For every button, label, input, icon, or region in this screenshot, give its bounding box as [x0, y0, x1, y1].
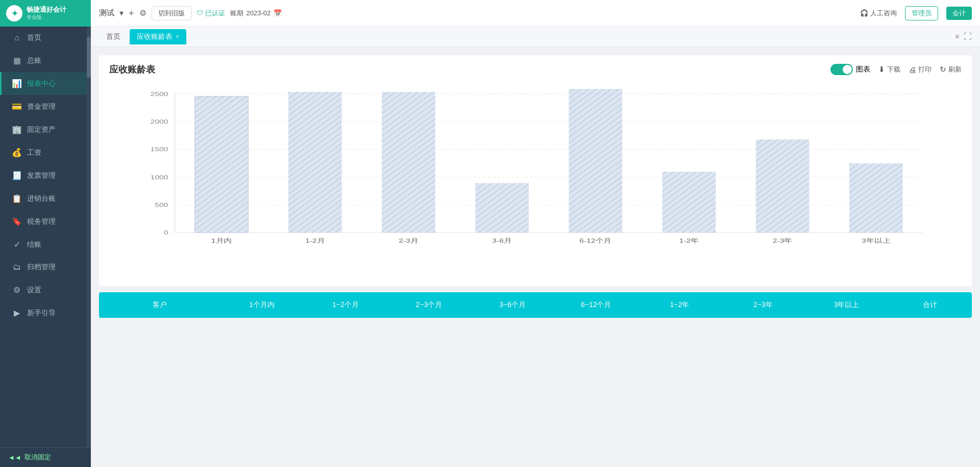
sidebar-item-settings[interactable]: ⚙ 设置: [0, 278, 91, 301]
guide-icon: ▶: [12, 308, 22, 318]
add-button[interactable]: +: [129, 9, 134, 18]
period-label: 账期: [230, 9, 243, 18]
svg-rect-20: [663, 172, 716, 232]
switch-old-button[interactable]: 切到旧版: [152, 6, 191, 20]
download-label: 下载: [887, 65, 900, 74]
cancel-fixed-icon: ◄◄: [8, 454, 21, 461]
sidebar-item-fixed-assets[interactable]: 🏢 固定资产: [0, 118, 91, 141]
col-header-1-2m: 1~2个月: [304, 292, 387, 318]
col-header-2-3m: 2~3个月: [387, 292, 471, 318]
svg-text:6-12个月: 6-12个月: [579, 237, 611, 244]
sidebar-item-label: 税务管理: [27, 217, 56, 226]
chart-toggle-group: 图表: [830, 64, 870, 75]
sidebar-item-label: 固定资产: [27, 125, 56, 134]
consultant-button[interactable]: 🎧 人工咨询: [860, 9, 897, 18]
admin-button[interactable]: 管理员: [905, 6, 938, 20]
settings-icon: ⚙: [12, 285, 22, 295]
tab-close-icon[interactable]: ×: [176, 33, 179, 40]
bar-chart: 0 500 1000 1500 2000 2500: [135, 89, 936, 258]
svg-text:2000: 2000: [151, 118, 168, 125]
calendar-icon[interactable]: 📅: [274, 9, 282, 17]
project-dropdown-button[interactable]: ▾: [119, 8, 124, 18]
sidebar-item-label: 设置: [27, 286, 41, 295]
col-header-6-12m: 6~12个月: [554, 292, 638, 318]
col-header-3y-plus: 3年以上: [805, 292, 889, 318]
period-display: 账期 2023-02 📅: [230, 9, 282, 18]
header-right: 🎧 人工咨询 管理员 会计: [860, 6, 972, 20]
consultant-icon: 🎧: [860, 9, 868, 17]
svg-text:3年以上: 3年以上: [862, 237, 890, 244]
sidebar-item-settle[interactable]: ✓ 结账: [0, 233, 91, 256]
svg-text:2-3月: 2-3月: [399, 237, 419, 244]
sidebar-item-tax[interactable]: 🔖 税务管理: [0, 210, 91, 233]
svg-text:0: 0: [164, 229, 168, 236]
sidebar-item-sales[interactable]: 📋 进销台账: [0, 187, 91, 210]
wages-icon: 💰: [12, 148, 22, 157]
col-header-customer: 客户: [99, 292, 220, 318]
cancel-fixed-button[interactable]: ◄◄ 取消固定: [0, 447, 91, 467]
sidebar-item-funds[interactable]: 💳 资金管理: [0, 95, 91, 118]
consultant-label: 人工咨询: [870, 9, 897, 18]
app-edition: 专业版: [27, 14, 66, 21]
svg-rect-15: [195, 97, 249, 233]
sidebar-item-ledger[interactable]: ▦ 总账: [0, 49, 91, 72]
role-button[interactable]: 会计: [946, 7, 972, 20]
project-title: 测试: [99, 8, 114, 18]
settle-icon: ✓: [12, 240, 22, 249]
svg-rect-18: [475, 183, 529, 232]
print-label: 打印: [918, 65, 932, 74]
tax-icon: 🔖: [12, 217, 22, 226]
funds-icon: 💳: [12, 102, 22, 111]
download-icon: ⬇: [878, 65, 885, 74]
svg-text:2-3年: 2-3年: [773, 237, 793, 244]
svg-text:2500: 2500: [151, 90, 168, 97]
invoices-icon: 🧾: [12, 171, 22, 180]
refresh-button[interactable]: ↻ 刷新: [940, 65, 962, 74]
period-value: 2023-02: [247, 9, 271, 17]
expand-icon[interactable]: ⛶: [964, 32, 972, 41]
sidebar-item-wages[interactable]: 💰 工资: [0, 141, 91, 164]
col-header-1-2y: 1~2年: [638, 292, 722, 318]
sidebar-item-label: 总账: [27, 56, 41, 65]
ledger-icon: ▦: [12, 56, 22, 65]
sidebar: ✦ 畅捷通好会计 专业版 ⌂ 首页 ▦ 总账 📊 报表中心 💳 资金管理 🏢 固…: [0, 0, 91, 467]
svg-text:3-6月: 3-6月: [492, 237, 512, 244]
close-window-icon[interactable]: ×: [955, 32, 960, 41]
sidebar-item-label: 首页: [27, 33, 41, 42]
sidebar-item-reports[interactable]: 📊 报表中心: [0, 72, 91, 95]
sales-icon: 📋: [12, 194, 22, 203]
tab-home[interactable]: 首页: [99, 29, 128, 44]
sidebar-item-label: 工资: [27, 148, 41, 157]
sidebar-item-label: 资金管理: [27, 102, 56, 111]
svg-rect-16: [288, 92, 342, 233]
main-area: 测试 ▾ + ⚙ 切到旧版 🛡 已认证 账期 2023-02 📅 🎧 人工咨询 …: [91, 0, 980, 467]
archive-icon: 🗂: [12, 263, 22, 272]
cancel-fixed-label: 取消固定: [24, 453, 51, 462]
chart-toggle-label: 图表: [856, 65, 870, 74]
sidebar-item-archive[interactable]: 🗂 归档管理: [0, 256, 91, 278]
svg-rect-19: [569, 89, 622, 232]
logo-icon: ✦: [6, 5, 22, 21]
svg-rect-21: [756, 139, 810, 232]
tab-receivable-aging[interactable]: 应收账龄表 ×: [130, 29, 186, 44]
sidebar-item-label: 结账: [27, 240, 41, 249]
chart-area: 0 500 1000 1500 2000 2500: [109, 84, 962, 278]
sidebar-item-label: 报表中心: [27, 79, 56, 88]
chart-toggle-switch[interactable]: [830, 64, 853, 75]
sidebar-nav: ⌂ 首页 ▦ 总账 📊 报表中心 💳 资金管理 🏢 固定资产 💰 工资 🧾 发票…: [0, 27, 91, 447]
tab-right-icons: × ⛶: [955, 32, 972, 41]
refresh-icon: ↻: [940, 65, 946, 74]
print-button[interactable]: 🖨 打印: [909, 65, 932, 74]
sidebar-item-invoices[interactable]: 🧾 发票管理: [0, 164, 91, 187]
fixed-assets-icon: 🏢: [12, 125, 22, 134]
sidebar-item-label: 归档管理: [27, 263, 56, 272]
sidebar-item-guide[interactable]: ▶ 新手引导: [0, 301, 91, 324]
sidebar-item-home[interactable]: ⌂ 首页: [0, 27, 91, 49]
gear-button[interactable]: ⚙: [139, 8, 146, 18]
sidebar-item-label: 新手引导: [27, 309, 56, 318]
svg-rect-22: [849, 164, 903, 233]
content-area: 应收账龄表 图表 ⬇ 下载 🖨 打印 ↻: [91, 47, 980, 467]
download-button[interactable]: ⬇ 下载: [878, 65, 900, 74]
home-icon: ⌂: [12, 33, 22, 42]
report-card: 应收账龄表 图表 ⬇ 下载 🖨 打印 ↻: [99, 55, 972, 286]
